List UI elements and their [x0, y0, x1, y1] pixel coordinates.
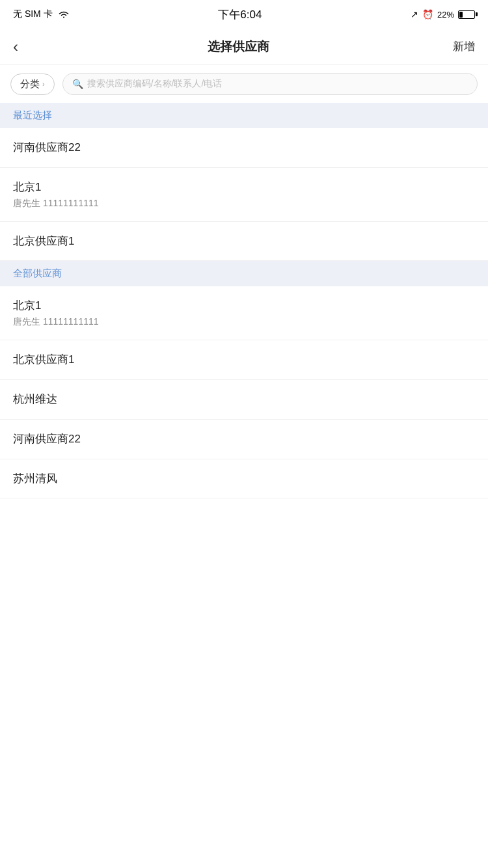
list-item[interactable]: 苏州清风	[0, 459, 488, 499]
list-item[interactable]: 河南供应商22	[0, 420, 488, 459]
filter-bar: 分类 › 🔍 搜索供应商编码/名称/联系人/电话	[0, 65, 488, 103]
sim-text: 无 SIM 卡	[13, 8, 53, 20]
status-time: 下午6:04	[218, 7, 262, 22]
battery-text: 22%	[437, 10, 454, 20]
nav-bar: ‹ 选择供应商 新增	[0, 29, 488, 65]
list-item[interactable]: 杭州维达	[0, 380, 488, 420]
page-title: 选择供应商	[23, 38, 453, 55]
search-box[interactable]: 🔍 搜索供应商编码/名称/联系人/电话	[62, 73, 478, 95]
recent-list: 河南供应商22北京1唐先生 11111111111北京供应商1	[0, 128, 488, 261]
item-name: 北京1	[13, 180, 475, 195]
item-name: 河南供应商22	[13, 140, 475, 156]
back-button[interactable]: ‹	[8, 33, 23, 61]
list-item[interactable]: 北京1唐先生 11111111111	[0, 286, 488, 340]
alarm-icon: ⏰	[422, 9, 433, 20]
status-left: 无 SIM 卡	[13, 8, 70, 20]
category-label: 分类	[20, 78, 40, 90]
status-right: ↗ ⏰ 22%	[411, 9, 475, 20]
list-item[interactable]: 北京1唐先生 11111111111	[0, 168, 488, 222]
item-name: 北京供应商1	[13, 352, 475, 368]
item-name: 苏州清风	[13, 471, 475, 487]
wifi-icon	[58, 10, 70, 19]
item-name: 河南供应商22	[13, 431, 475, 447]
list-item[interactable]: 北京供应商1	[0, 222, 488, 262]
recent-section-header: 最近选择	[0, 103, 488, 128]
category-button[interactable]: 分类 ›	[10, 74, 55, 95]
list-item[interactable]: 北京供应商1	[0, 340, 488, 380]
item-name: 北京供应商1	[13, 234, 475, 249]
status-bar: 无 SIM 卡 下午6:04 ↗ ⏰ 22%	[0, 0, 488, 29]
item-sub: 唐先生 11111111111	[13, 198, 475, 210]
item-name: 杭州维达	[13, 392, 475, 407]
list-item[interactable]: 河南供应商22	[0, 128, 488, 168]
location-icon: ↗	[411, 9, 418, 20]
chevron-right-icon: ›	[42, 80, 45, 88]
battery-icon	[458, 10, 475, 19]
all-list: 北京1唐先生 11111111111北京供应商1杭州维达河南供应商22苏州清风	[0, 286, 488, 498]
search-placeholder: 搜索供应商编码/名称/联系人/电话	[87, 78, 223, 90]
battery-fill	[459, 12, 463, 18]
add-button[interactable]: 新增	[453, 39, 475, 54]
item-sub: 唐先生 11111111111	[13, 316, 475, 328]
all-section-header: 全部供应商	[0, 261, 488, 286]
search-icon: 🔍	[72, 79, 83, 89]
item-name: 北京1	[13, 298, 475, 314]
